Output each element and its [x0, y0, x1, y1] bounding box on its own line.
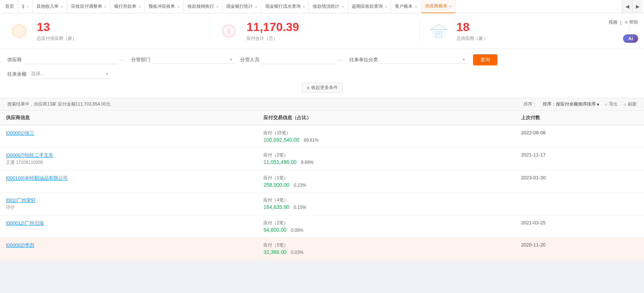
tx-info-cell: 应付（15笔）100,092,540.0089.61% — [258, 125, 515, 148]
table-body: [000001]张三应付（15笔）100,092,540.0089.61%202… — [0, 125, 644, 260]
close-tab-btn[interactable]: × — [342, 4, 344, 9]
balance-select[interactable]: 选择... ▾ — [29, 69, 111, 79]
nav-next-arrow[interactable]: ▶ — [632, 0, 643, 13]
sort-label: 排序： — [524, 101, 537, 107]
result-bar: 搜索结果中，供应商13家 应付金额111,703,854.00元 排序： 排序：… — [0, 98, 644, 111]
last-payment-cell: 2020-11-20 — [515, 238, 644, 260]
last-payment-cell: 2022-08-08 — [515, 125, 644, 148]
nav-tab-receipt-verify[interactable]: 收款核销执行 × — [184, 0, 223, 13]
tx-label: 应付（5笔） — [263, 242, 509, 248]
tx-label: 应付（2笔） — [263, 220, 509, 226]
collapse-btn[interactable]: ∧ 收起更多条件 — [302, 83, 343, 93]
tx-label: 应付（15笔） — [263, 130, 509, 136]
close-tab-btn[interactable]: × — [27, 4, 29, 9]
nav-tab-cash-flow[interactable]: 现金银行流水查询 × — [262, 0, 309, 13]
close-tab-btn[interactable]: × — [61, 4, 63, 9]
supplier-sub-text: 王通 17106110000 — [6, 159, 252, 166]
nav-prev-arrow[interactable]: ◀ — [622, 0, 632, 13]
supplier-input[interactable] — [24, 55, 118, 64]
close-tab-btn[interactable]: × — [449, 4, 452, 8]
stat-number-suppliers: 13 — [37, 20, 77, 34]
last-payment-date: 2022-08-08 — [521, 130, 546, 135]
close-tab-btn[interactable]: × — [303, 4, 305, 9]
dept-select[interactable]: ▾ — [153, 56, 234, 64]
filter-item-person: 分管人员 ··· — [240, 55, 343, 64]
chevron-down-icon: ▾ — [106, 72, 108, 76]
tx-info-cell: 应付（1笔）258,000.000.23% — [258, 170, 515, 193]
tx-percent: 0.08% — [291, 228, 303, 233]
video-link[interactable]: 视频 — [609, 19, 617, 25]
close-tab-btn[interactable]: × — [104, 4, 106, 9]
dept-label: 分管部门 — [131, 56, 150, 63]
supplier-link[interactable]: [000001]张三 — [6, 130, 34, 136]
supplier-info-cell: [000007]恒旺二手叉车王通 17106110000 — [0, 148, 258, 170]
ai-button[interactable]: Ai — [623, 34, 638, 43]
filter-row-2: 往来余额 选择... ▾ — [7, 69, 637, 79]
nav-tab-label: 首页 — [5, 3, 14, 10]
last-payment-cell: 2021-03-25 — [515, 216, 644, 238]
person-input[interactable] — [262, 55, 336, 64]
svg-marker-7 — [431, 24, 447, 30]
export-label: 导出 — [609, 101, 618, 107]
close-tab-btn[interactable]: × — [216, 4, 218, 9]
supplier-table: 供应商信息 应付交易信息（占比） 上次付数 [000001]张三应付（15笔）1… — [0, 111, 644, 260]
person-more-icon[interactable]: ··· — [338, 57, 343, 63]
balance-select-value: 选择... — [31, 70, 45, 77]
nav-tab-customer-ledger[interactable]: 客户账本 × — [391, 0, 421, 13]
close-tab-btn[interactable]: × — [415, 4, 417, 9]
stat-block-amount: ¥ 11,170.39 应付合计（万） — [217, 19, 419, 43]
tx-label: 应付（2笔） — [263, 152, 509, 158]
nav-tab-supplier-ledger[interactable]: 供应商账本 × — [421, 0, 456, 13]
supplier-link[interactable]: [001]广州荣轩 — [6, 197, 36, 203]
close-tab-btn[interactable]: × — [139, 4, 141, 9]
stat-content-amount: 11,170.39 应付合计（万） — [246, 20, 299, 42]
nav-tab-label: 银行存款单 — [114, 3, 136, 10]
stat-label-amount: 应付合计（万） — [246, 35, 299, 42]
search-button[interactable]: 查询 — [473, 54, 497, 65]
nav-tab-3[interactable]: 3 × — [18, 0, 33, 13]
close-tab-btn[interactable]: × — [255, 4, 257, 9]
nav-tab-label: 预收冲应收单 — [148, 3, 175, 10]
nav-tab-prepaid-offset[interactable]: 预收冲应收单 × — [145, 0, 183, 13]
tx-percent: 89.61% — [304, 138, 319, 143]
tx-percent: 0.03% — [291, 250, 303, 255]
diamond-icon — [7, 19, 31, 43]
supplier-link[interactable]: [000002]李四 — [6, 242, 34, 248]
collapse-label: 收起更多条件 — [311, 85, 338, 91]
tx-amount: 164,635.90 — [263, 204, 289, 210]
coin-icon: ¥ — [217, 19, 241, 43]
balance-label: 往来余额 — [7, 71, 27, 77]
nav-tab-overdue-query[interactable]: 超期应收款查询 × — [348, 0, 391, 13]
nav-tab-bank-deposit[interactable]: 银行存款单 × — [111, 0, 145, 13]
close-tab-btn[interactable]: × — [177, 4, 179, 9]
category-select[interactable]: ▾ — [380, 56, 467, 64]
nav-tab-cash-bank-stat[interactable]: 现金银行统计 × — [223, 0, 261, 13]
tx-amount: 94,600.00 — [263, 227, 286, 233]
last-payment-cell — [515, 193, 644, 216]
col-tx-info: 应付交易信息（占比） — [258, 111, 515, 125]
supplier-link[interactable]: [000007]恒旺二手叉车 — [6, 152, 53, 158]
stat-number-amount: 11,170.39 — [246, 20, 299, 34]
close-tab-btn[interactable]: × — [385, 4, 387, 9]
tx-label: 应付（4笔） — [263, 197, 509, 203]
sort-select[interactable]: 排序：按应付余额倒序排序 ▾ — [543, 101, 599, 107]
divider: | — [620, 20, 622, 25]
tx-amount: 258,000.00 — [263, 182, 289, 188]
nav-tab-home[interactable]: 首页 — [1, 0, 18, 13]
stat-label-suppliers: 总应付供应商（家） — [37, 35, 77, 42]
more-options-icon[interactable]: ··· — [120, 57, 125, 63]
export-link[interactable]: ○ 导出 — [605, 101, 618, 107]
nav-tab-ar-ap-adjust[interactable]: 应收应付调整单 × — [67, 0, 111, 13]
nav-tab-label: 收款核销执行 — [188, 3, 214, 10]
nav-tab-other-income[interactable]: 其他收入单 × — [33, 0, 67, 13]
help-link[interactable]: ⊙ 帮助 — [624, 19, 638, 25]
filter-area: 供应商 ··· 分管部门 ▾ 分管人员 ··· 往来单位分类 ▾ 查询 — [0, 49, 644, 98]
supplier-link[interactable]: [000012]广州贝瑞 — [6, 220, 44, 226]
nav-tab-label: 收款情况统计 — [313, 3, 339, 10]
nav-tab-receipt-stat[interactable]: 收款情况统计 × — [309, 0, 348, 13]
table-row: [000012]广州贝瑞应付（2笔）94,600.000.08%2021-03-… — [0, 216, 644, 238]
supplier-info-cell: [000100]本特勤油品有限公司 — [0, 170, 258, 193]
supplier-link[interactable]: [000100]本特勤油品有限公司 — [6, 175, 68, 181]
filter-item-balance: 往来余额 选择... ▾ — [7, 69, 111, 79]
refresh-link[interactable]: ○ 刷新 — [624, 101, 637, 107]
